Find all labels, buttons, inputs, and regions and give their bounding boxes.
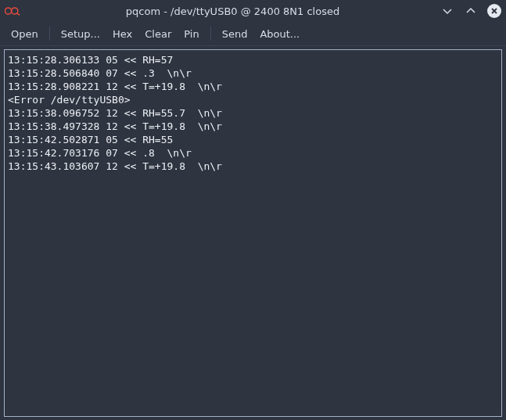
minimize-icon[interactable] [440,4,454,18]
setup-button[interactable]: Setup... [55,25,106,43]
separator [49,27,50,41]
content-area: 13:15:28.306133 05 << RH=57 13:15:28.506… [0,46,506,420]
title-bar: pqcom - /dev/ttyUSB0 @ 2400 8N1 closed [0,0,506,22]
toolbar: Open Setup... Hex Clear Pin Send About..… [0,22,506,46]
maximize-icon[interactable] [464,4,478,18]
window-controls [440,4,501,18]
log-output[interactable]: 13:15:28.306133 05 << RH=57 13:15:28.506… [4,49,502,417]
close-icon[interactable] [487,4,501,18]
svg-line-2 [16,13,20,16]
separator [210,27,211,41]
svg-point-0 [5,8,11,14]
about-button[interactable]: About... [253,25,306,43]
open-button[interactable]: Open [5,25,45,43]
pin-button[interactable]: Pin [178,25,205,43]
app-icon [5,5,20,17]
clear-button[interactable]: Clear [138,25,178,43]
window-title: pqcom - /dev/ttyUSB0 @ 2400 8N1 closed [25,5,440,17]
send-button[interactable]: Send [216,25,254,43]
hex-button[interactable]: Hex [106,25,138,43]
